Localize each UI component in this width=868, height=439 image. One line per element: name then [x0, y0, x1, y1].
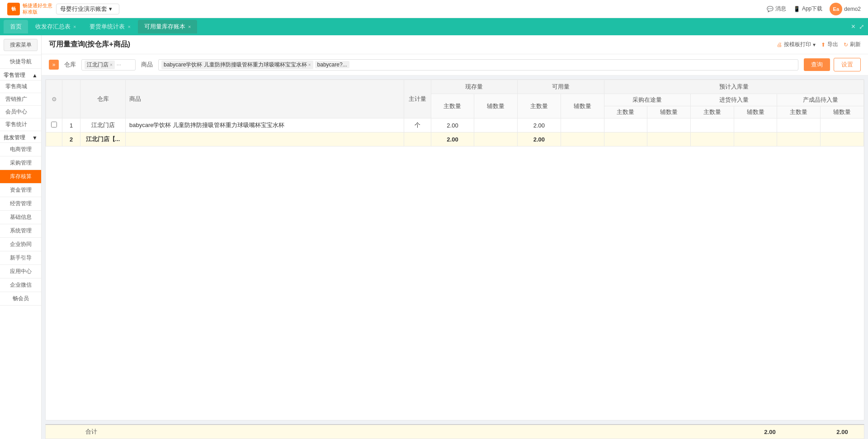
- table-container[interactable]: ⚙ 仓库 商品 主计量 现存量 可用量 预计入库量 主数量 辅数量 主数量: [45, 79, 864, 420]
- table-header-main: ⚙ 仓库 商品 主计量 现存量 可用量 预计入库量: [46, 80, 864, 94]
- sidebar-item-purchase[interactable]: 采购管理: [0, 156, 41, 170]
- top-header: 畅 畅捷通好生意 标准版 母婴行业演示账套 ▾ 💬 消息 📱 App下载 Ea …: [0, 0, 868, 18]
- sidebar-item-members[interactable]: 会员中心: [0, 106, 41, 118]
- sidebar-item-basic[interactable]: 基础信息: [0, 211, 41, 224]
- th-product-aux: 辅数量: [821, 106, 864, 118]
- template-selector[interactable]: 母婴行业演示账套 ▾: [56, 4, 119, 14]
- export-icon: ⬆: [821, 42, 826, 48]
- warehouse-tag-close[interactable]: ×: [110, 62, 113, 67]
- nav-tabs: 首页 收发存汇总表 × 要货单统计表 × 可用量库存账本 × × ⤢: [0, 18, 868, 35]
- print-icon: 🖨: [777, 42, 782, 48]
- app-download-btn[interactable]: 📱 App下载: [793, 5, 822, 13]
- product-filter-label: 商品: [141, 61, 153, 69]
- row2-incoming-main: [691, 132, 734, 146]
- sidebar-item-wechat[interactable]: 企业微信: [0, 279, 41, 292]
- sidebar-item-retail-mall[interactable]: 零售商城: [0, 80, 41, 93]
- table-body: 1 江北门店 babycare学饮杯 儿童防摔防撞吸管杯重力球吸嘴杯宝宝水杯 个…: [46, 118, 864, 146]
- tab-available-stock-close[interactable]: ×: [188, 24, 191, 29]
- row1-avail-main: 2.00: [518, 118, 561, 132]
- row1-product-aux: [821, 118, 864, 132]
- tab-receipts-close[interactable]: ×: [73, 24, 76, 29]
- sidebar-item-appstore[interactable]: 应用中心: [0, 265, 41, 279]
- row2-unit: [404, 132, 431, 146]
- print-btn[interactable]: 🖨 按模板打印 ▾: [777, 41, 816, 48]
- product-tag-1-close[interactable]: ×: [308, 62, 311, 67]
- warehouse-filter-tags[interactable]: 江北门店 × ···: [81, 59, 136, 71]
- row1-check-input[interactable]: [51, 122, 57, 127]
- filter-toggle-btn[interactable]: »: [49, 60, 59, 70]
- row1-p-transit-aux: [647, 118, 691, 132]
- tab-receipts-label: 收发存汇总表: [35, 23, 71, 31]
- row2-product-main: [777, 132, 821, 146]
- th-current-main: 主数量: [431, 94, 474, 118]
- user-menu[interactable]: Ea demo2: [830, 3, 861, 15]
- sidebar-item-newbie[interactable]: 新手引导: [0, 251, 41, 265]
- th-product-main: 主数量: [777, 106, 821, 118]
- product-filter-tags[interactable]: babycare学饮杯 儿童防摔防撞吸管杯重力球吸嘴杯宝宝水杯 × babyca…: [158, 59, 798, 71]
- sidebar-item-inventory[interactable]: 库存核算: [0, 170, 41, 184]
- table-row: 1 江北门店 babycare学饮杯 儿童防摔防撞吸管杯重力球吸嘴杯宝宝水杯 个…: [46, 118, 864, 132]
- row2-p-transit-aux: [647, 132, 691, 146]
- row1-product-main: [777, 118, 821, 132]
- page-actions: 🖨 按模板打印 ▾ ⬆ 导出 ↻ 刷新: [777, 41, 861, 48]
- row2-current-main: 2.00: [431, 132, 474, 146]
- sidebar-item-member[interactable]: 畅会员: [0, 292, 41, 306]
- th-avail-main: 主数量: [518, 94, 561, 118]
- row1-product: babycare学饮杯 儿童防摔防撞吸管杯重力球吸嘴杯宝宝水杯: [126, 118, 404, 132]
- row1-current-main: 2.00: [431, 118, 474, 132]
- row2-warehouse: 江北门店【...: [80, 132, 126, 146]
- row1-checkbox[interactable]: [46, 118, 62, 132]
- row2-checkbox[interactable]: [46, 132, 62, 146]
- row1-no: 1: [62, 118, 80, 132]
- th-purchase-in-transit-group: 采购在途量: [604, 94, 690, 106]
- row2-product-aux: [821, 132, 864, 146]
- query-btn[interactable]: 查询: [804, 58, 830, 71]
- sidebar-search-btn[interactable]: 搜索菜单: [4, 39, 38, 51]
- table-footer: 合计 2.00 2.00: [45, 424, 864, 439]
- warehouse-tag: 江北门店 ×: [85, 61, 115, 69]
- refresh-btn[interactable]: ↻ 刷新: [844, 41, 861, 48]
- logo-area: 畅 畅捷通好生意 标准版: [7, 3, 52, 15]
- nav-expand-btn[interactable]: ⤢: [859, 23, 864, 30]
- table-row-subtotal: 2 江北门店【... 2.00 2.00: [46, 132, 864, 146]
- sidebar-item-operations[interactable]: 经营管理: [0, 197, 41, 211]
- th-current-aux: 辅数量: [474, 94, 518, 118]
- row2-product: [126, 132, 404, 146]
- tab-home-label: 首页: [10, 23, 22, 31]
- sidebar-item-system[interactable]: 系统管理: [0, 224, 41, 238]
- sidebar-item-marketing[interactable]: 营销推广: [0, 93, 41, 106]
- footer-label: 合计: [49, 428, 97, 436]
- chevron-icon-retail: ▲: [32, 72, 38, 79]
- row2-avail-main: 2.00: [518, 132, 561, 146]
- setting-btn[interactable]: 设置: [834, 58, 861, 71]
- row2-avail-aux: [561, 132, 604, 146]
- sidebar-section-retail[interactable]: 零售管理 ▲: [0, 69, 41, 80]
- filter-more-btn[interactable]: ···: [117, 61, 121, 68]
- export-btn[interactable]: ⬆ 导出: [821, 41, 838, 48]
- chevron-print: ▾: [813, 42, 816, 48]
- tab-home[interactable]: 首页: [4, 20, 28, 33]
- th-product: 商品: [126, 80, 404, 118]
- tab-order-stats-close[interactable]: ×: [127, 24, 130, 29]
- chevron-icon-wholesale: ▼: [32, 135, 38, 141]
- product-tag-2: babycare?...: [315, 61, 349, 68]
- footer-avail-main: 2.00: [824, 429, 860, 435]
- th-avail-aux: 辅数量: [561, 94, 604, 118]
- sidebar-item-ecommerce[interactable]: 电商管理: [0, 143, 41, 156]
- tab-receipts[interactable]: 收发存汇总表 ×: [29, 20, 82, 33]
- row1-unit: 个: [404, 118, 431, 132]
- tab-order-stats[interactable]: 要货单统计表 ×: [83, 20, 137, 33]
- sidebar-item-enterprise[interactable]: 企业协同: [0, 238, 41, 251]
- footer-current-main: 2.00: [752, 429, 788, 435]
- th-checkbox: ⚙: [46, 80, 62, 118]
- sidebar-item-quick-nav[interactable]: 快捷导航: [0, 55, 41, 69]
- main-layout: 搜索菜单 快捷导航 零售管理 ▲ 零售商城 营销推广 会员中心 零售统计 批发管…: [0, 35, 868, 439]
- row1-incoming-main: [691, 118, 734, 132]
- sidebar-item-retail-stats[interactable]: 零售统计: [0, 118, 41, 131]
- row1-current-aux: [474, 118, 518, 132]
- sidebar-section-wholesale[interactable]: 批发管理 ▼: [0, 131, 41, 143]
- tab-available-stock[interactable]: 可用量库存账本 ×: [138, 20, 197, 33]
- nav-close-all-btn[interactable]: ×: [851, 23, 855, 31]
- sidebar-item-finance[interactable]: 资金管理: [0, 184, 41, 197]
- message-btn[interactable]: 💬 消息: [767, 5, 786, 13]
